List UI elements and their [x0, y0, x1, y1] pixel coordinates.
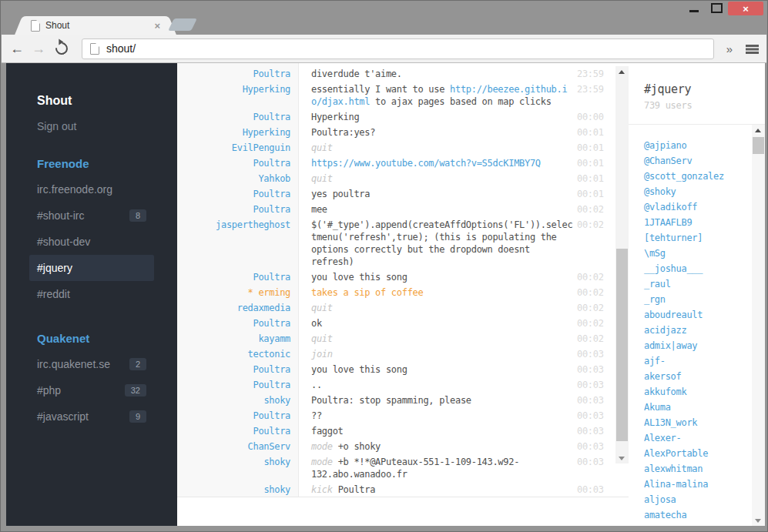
user-list-item[interactable]: akkufomk	[644, 384, 752, 400]
message-nick[interactable]: Poultra	[177, 363, 298, 376]
message-nick[interactable]: Poultra	[177, 111, 298, 123]
message-text: mee	[311, 203, 577, 216]
message-nick[interactable]: Poultra	[177, 410, 298, 422]
message-text: essentially I want to use http://beezee.…	[311, 83, 577, 108]
sign-out-link[interactable]: Sign out	[37, 120, 177, 132]
userlist-scrollbar[interactable]	[752, 125, 765, 526]
user-list-item[interactable]: andrey	[644, 523, 752, 526]
scroll-up-icon[interactable]	[615, 66, 629, 78]
message-nick[interactable]: Hyperking	[177, 126, 298, 139]
hamburger-icon	[746, 45, 759, 47]
message-text: join	[311, 348, 577, 360]
user-list-item[interactable]: @scott_gonzalez	[644, 169, 752, 184]
minimize-button[interactable]	[683, 0, 706, 16]
message-nick[interactable]: Hyperking	[177, 83, 298, 108]
message-text-part: yes poultra	[311, 189, 370, 199]
sidebar-channel-item[interactable]: irc.freenode.org	[29, 176, 154, 202]
message-nick[interactable]: Poultra	[177, 379, 298, 391]
user-list-item[interactable]: AlexPortable	[644, 446, 752, 461]
user-list-item[interactable]: @vladikoff	[644, 199, 752, 215]
sidebar-channel-item[interactable]: #shout-irc 8	[29, 202, 154, 229]
user-list-item[interactable]: \mSg	[644, 246, 752, 261]
tab-close-icon[interactable]: ×	[154, 20, 160, 32]
user-list-item[interactable]: akersof	[644, 369, 752, 384]
user-list-item[interactable]: aboudreault	[644, 307, 752, 323]
sidebar-channel-item[interactable]: #php 32	[29, 377, 154, 403]
reload-icon[interactable]	[53, 40, 71, 58]
extensions-overflow-icon[interactable]: »	[720, 42, 739, 55]
user-list-item[interactable]: alexwhitman	[644, 461, 752, 477]
channel-list: irc.freenode.org #shout-irc 8 #shout-dev…	[6, 176, 177, 307]
message-text-part: diverdude t'aime.	[311, 69, 402, 79]
user-list-item[interactable]: @ajpiano	[644, 138, 752, 153]
message-text: quit	[311, 142, 577, 154]
scroll-up-icon[interactable]	[752, 125, 765, 136]
user-list-item[interactable]: [tehturner]	[644, 230, 752, 246]
message-nick[interactable]: shoky	[177, 456, 298, 480]
maximize-button[interactable]	[706, 0, 728, 16]
browser-tab[interactable]: Shout ×	[25, 16, 166, 35]
user-list-item[interactable]: aljosa	[644, 492, 752, 507]
message-input[interactable]	[177, 497, 629, 526]
message-nick[interactable]: redaxmedia	[177, 302, 298, 314]
message-timestamp: 00:03	[577, 456, 615, 480]
chat-scrollbar-thumb[interactable]	[616, 249, 628, 441]
message-nick[interactable]: Yahkob	[177, 172, 298, 185]
user-list-item[interactable]: AL13N_work	[644, 415, 752, 430]
user-list-item[interactable]: __joshua___	[644, 261, 752, 276]
message-nick[interactable]: ChanServ	[177, 440, 298, 453]
scroll-down-icon[interactable]	[615, 452, 629, 463]
user-list-item[interactable]: 1JTAAFLB9	[644, 215, 752, 230]
user-list-item[interactable]: @ChanServ	[644, 153, 752, 169]
user-list-item[interactable]: Alexer-	[644, 430, 752, 446]
message-nick[interactable]: kayamm	[177, 333, 298, 345]
message-keyword: kick	[311, 484, 333, 495]
menu-button[interactable]	[739, 35, 766, 62]
sidebar-channel-item[interactable]: #javascript 9	[29, 403, 154, 430]
channel-label: irc.freenode.org	[37, 183, 146, 196]
new-tab-button[interactable]	[168, 18, 197, 31]
message-nick[interactable]: Poultra	[177, 203, 298, 216]
sidebar-channel-item[interactable]: irc.quakenet.se 2	[29, 351, 154, 377]
address-bar[interactable]: shout/	[82, 38, 714, 59]
user-list-item[interactable]: acidjazz	[644, 323, 752, 338]
user-list-item[interactable]: Akuma	[644, 400, 752, 415]
back-icon[interactable]: ←	[6, 35, 28, 62]
message-nick[interactable]: Poultra	[177, 425, 298, 437]
message-link[interactable]: https://www.youtube.com/watch?v=S5dcKIMB…	[311, 158, 541, 169]
user-list-item[interactable]: amatecha	[644, 507, 752, 523]
channel-label: irc.quakenet.se	[37, 358, 129, 370]
close-button[interactable]: ×	[728, 2, 763, 15]
message-nick[interactable]: Poultra	[177, 317, 298, 330]
sidebar-channel-item[interactable]: #reddit	[29, 281, 154, 307]
user-list-item[interactable]: Alina-malina	[644, 477, 752, 492]
userlist-scrollbar-thumb[interactable]	[753, 137, 764, 154]
message-text-part: mee	[311, 204, 327, 215]
sidebar-channel-item[interactable]: #jquery	[29, 255, 154, 281]
message-nick[interactable]: * erming	[177, 286, 298, 299]
forward-icon[interactable]: →	[28, 35, 49, 62]
sidebar-channel-item[interactable]: #shout-dev	[29, 229, 154, 255]
message-nick[interactable]: shoky	[177, 483, 298, 496]
message-nick[interactable]: Poultra	[177, 157, 298, 169]
message-nick[interactable]: Poultra	[177, 188, 298, 200]
network-name[interactable]: Freenode	[37, 157, 177, 170]
network-name[interactable]: Quakenet	[37, 332, 177, 345]
right-sidebar: #jquery 739 users @ajpiano @ChanServ @sc…	[629, 63, 765, 526]
message-nick[interactable]: shoky	[177, 394, 298, 407]
user-list-item[interactable]: _raul	[644, 276, 752, 292]
chat-scrollbar[interactable]	[615, 66, 629, 463]
user-list-item[interactable]: ajf-	[644, 353, 752, 369]
message-nick[interactable]: Poultra	[177, 271, 298, 283]
message-nick[interactable]: EvilPenguin	[177, 142, 298, 154]
message-nick[interactable]: tectonic	[177, 348, 298, 360]
user-list-item[interactable]: @shoky	[644, 184, 752, 199]
message-nick[interactable]: Poultra	[177, 68, 298, 80]
unread-badge: 2	[129, 358, 146, 370]
message-text: yes poultra	[311, 188, 577, 200]
user-list-item[interactable]: _rgn	[644, 292, 752, 307]
user-list-item[interactable]: admix|away	[644, 338, 752, 353]
message-nick[interactable]: jaspertheghost	[177, 219, 298, 268]
scroll-down-icon[interactable]	[752, 514, 765, 526]
message-timestamp: 00:03	[577, 379, 615, 391]
